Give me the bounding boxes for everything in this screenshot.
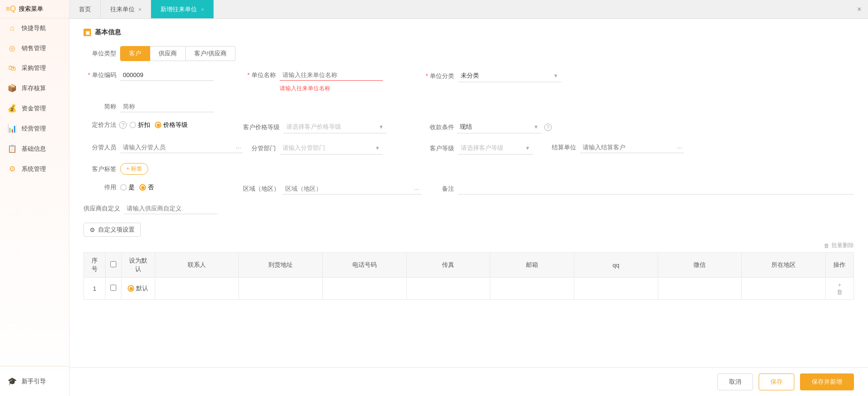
supplier-custom-group: 供应商自定义: [84, 203, 243, 214]
custom-settings-label: 自定义项设置: [98, 225, 135, 234]
col-checkbox[interactable]: [106, 253, 122, 278]
btn-supplier[interactable]: 供应商: [150, 46, 186, 61]
row-no: 1: [84, 278, 106, 300]
radio-yes[interactable]: 是: [120, 183, 135, 192]
unit-code-input[interactable]: [120, 70, 214, 81]
sidebar-item-quick-nav[interactable]: ⌂ 快捷导航: [0, 18, 69, 38]
sidebar-item-basic-info[interactable]: 📋 基础信息: [0, 139, 69, 159]
main-area: 首页 往来单位 × 新增往来单位 × × ▣ 基本信息 单位类型 客户 供应商: [69, 0, 868, 396]
row-fax[interactable]: [406, 278, 490, 300]
radio-no[interactable]: 否: [139, 183, 154, 192]
region-label: 区域（地区）: [243, 185, 280, 193]
tag-button[interactable]: + 标签: [120, 163, 148, 175]
unit-category-select[interactable]: 未分类 ▼: [458, 70, 561, 82]
radio-price-level[interactable]: 价格等级: [155, 121, 188, 129]
sidebar-item-beginner[interactable]: 🎓 新手引导: [0, 371, 69, 391]
settlement-more-btn[interactable]: ···: [675, 144, 684, 151]
region-input[interactable]: [282, 183, 412, 194]
save-button[interactable]: 保存: [759, 373, 794, 390]
tag-group: 客户标签 + 标签: [84, 163, 271, 175]
chevron-down-icon-2: ▼: [379, 124, 384, 130]
sidebar-label: 基础信息: [22, 145, 46, 153]
department-select[interactable]: 请输入分管部门 ▼: [280, 142, 383, 155]
row-region-input[interactable]: [746, 285, 821, 292]
sidebar-item-finance[interactable]: 💰 资金管理: [0, 98, 69, 118]
customer-level-group: 客户等级 请选择客户等级 ▼: [421, 142, 543, 155]
tab-new-contact-close[interactable]: ×: [201, 7, 204, 12]
btn-both[interactable]: 客户/供应商: [186, 46, 236, 61]
sidebar-item-system[interactable]: ⚙ 系统管理: [0, 159, 69, 179]
row-checkbox[interactable]: [106, 278, 122, 300]
pricing-help-icon[interactable]: ?: [119, 121, 127, 129]
remarks-label: 备注: [421, 185, 454, 193]
add-row-icon[interactable]: +: [838, 281, 842, 288]
tab-home-label: 首页: [79, 5, 91, 14]
manager-more-btn[interactable]: ···: [234, 144, 243, 151]
row-phone[interactable]: [323, 278, 407, 300]
remarks-group: 备注: [421, 183, 854, 194]
row-phone-input[interactable]: [327, 285, 402, 292]
radio-discount[interactable]: 折扣: [129, 121, 150, 129]
tab-home[interactable]: 首页: [69, 0, 101, 18]
payment-terms-select[interactable]: 现结 ▼: [457, 121, 541, 133]
row-address[interactable]: [239, 278, 323, 300]
manager-input[interactable]: [120, 142, 234, 153]
unit-category-group: 单位分类 未分类 ▼: [421, 70, 581, 82]
row-default-radio[interactable]: 默认: [126, 284, 150, 293]
sidebar-item-operations[interactable]: 📊 经营管理: [0, 118, 69, 139]
row-contact[interactable]: [155, 278, 239, 300]
custom-settings-button[interactable]: ⚙ 自定义项设置: [84, 223, 141, 237]
row-wechat[interactable]: [658, 278, 742, 300]
select-all-checkbox[interactable]: [110, 261, 116, 267]
radio-yes-label: 是: [129, 183, 135, 192]
customer-level-select[interactable]: 请选择客户等级 ▼: [458, 142, 533, 155]
row-wechat-input[interactable]: [663, 285, 737, 292]
remarks-input[interactable]: [458, 183, 854, 194]
supplier-custom-label: 供应商自定义: [84, 204, 120, 213]
save-new-button[interactable]: 保存并新增: [800, 373, 854, 390]
supplier-custom-input[interactable]: [124, 203, 218, 214]
tab-contacts[interactable]: 往来单位 ×: [101, 0, 151, 18]
row-checkbox-input[interactable]: [110, 285, 116, 291]
unit-type-label: 单位类型: [84, 49, 116, 58]
region-more-btn[interactable]: ···: [412, 185, 421, 193]
customer-price-level-select[interactable]: 请选择客户价格等级 ▼: [283, 121, 387, 133]
batch-delete-area[interactable]: 🗑 批量删除: [84, 241, 854, 249]
row-email-input[interactable]: [495, 285, 569, 292]
sidebar-item-purchase[interactable]: 🛍 采购管理: [0, 58, 69, 78]
payment-help-icon[interactable]: ?: [544, 124, 552, 131]
row-email[interactable]: [490, 278, 574, 300]
tab-new-contact[interactable]: 新增往来单位 ×: [151, 0, 213, 18]
row-default-circle: [128, 285, 134, 292]
row-qq-input[interactable]: [579, 285, 653, 292]
disabled-row: 停用 是 否 区域（地区）: [84, 183, 854, 194]
unit-category-label: 单位分类: [421, 72, 454, 80]
tab-new-contact-label: 新增往来单位: [160, 5, 197, 14]
row-fax-input[interactable]: [411, 285, 486, 292]
settlement-unit-input[interactable]: [580, 142, 675, 153]
sidebar-item-inventory[interactable]: 📦 库存核算: [0, 78, 69, 98]
finance-icon: 💰: [8, 104, 17, 113]
row-qq[interactable]: [574, 278, 658, 300]
radio-price-level-circle: [155, 122, 161, 128]
abbr-input[interactable]: [120, 101, 214, 112]
sidebar-search[interactable]: ≡Q 搜索菜单: [0, 0, 69, 18]
btn-customer[interactable]: 客户: [120, 46, 150, 61]
sidebar-item-sales[interactable]: ◎ 销售管理: [0, 38, 69, 58]
col-address: 到货地址: [239, 253, 323, 278]
delete-row-icon[interactable]: 🗑: [837, 288, 843, 295]
tab-contacts-close[interactable]: ×: [138, 7, 141, 12]
row-region[interactable]: [742, 278, 826, 300]
sidebar-label: 资金管理: [22, 104, 46, 113]
unit-name-input[interactable]: [280, 70, 383, 81]
supplier-custom-row: 供应商自定义: [84, 203, 854, 214]
manager-row: 分管人员 ··· 分管部门 请输入分管部门 ▼ 客户等级 请选择客户等级 ▼: [84, 142, 854, 155]
settlement-unit-label: 结算单位: [543, 143, 576, 152]
row-contact-input[interactable]: [160, 285, 234, 292]
window-close-button[interactable]: ×: [851, 0, 868, 18]
row-address-input[interactable]: [244, 285, 318, 292]
cancel-button[interactable]: 取消: [717, 373, 753, 390]
sidebar-label: 新手引导: [22, 377, 46, 386]
sidebar-label: 系统管理: [22, 165, 46, 173]
pricing-row: 定价方法 ? 折扣 价格等级 客户价格等级: [84, 121, 854, 133]
